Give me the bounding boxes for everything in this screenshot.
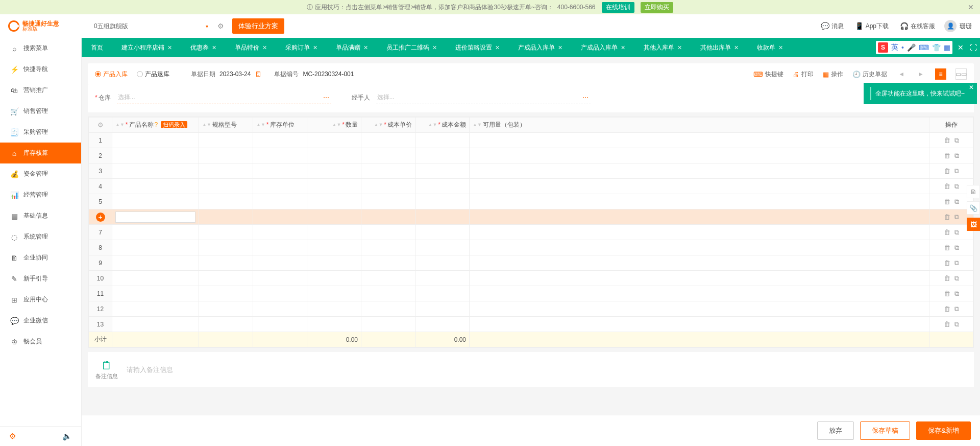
- delete-row-icon[interactable]: 🗑: [944, 167, 950, 175]
- table-row[interactable]: 10🗑⧉: [89, 271, 973, 286]
- save-draft-button[interactable]: 保存草稿: [860, 421, 910, 440]
- warehouse-select[interactable]: 选择... ⋯: [117, 91, 331, 104]
- table-row[interactable]: 11🗑⧉: [89, 286, 973, 301]
- tab-home[interactable]: 首页: [82, 38, 112, 57]
- online-support-link[interactable]: 🎧在线客服: [900, 22, 935, 31]
- table-row[interactable]: 5🗑⧉: [89, 194, 973, 209]
- table-row[interactable]: 9🗑⧉: [89, 255, 973, 271]
- sidebar-item-7[interactable]: 📊经营管理: [0, 184, 81, 205]
- table-row[interactable]: 7🗑⧉: [89, 225, 973, 240]
- tab-close-icon[interactable]: ✕: [262, 44, 267, 51]
- copy-row-icon[interactable]: ⧉: [954, 274, 959, 282]
- copy-row-icon[interactable]: ⧉: [954, 167, 959, 175]
- add-row-icon[interactable]: +: [96, 213, 105, 222]
- sidebar-item-10[interactable]: 🗎企业协同: [0, 247, 81, 268]
- collapse-sidebar-icon[interactable]: 🔈: [62, 432, 72, 441]
- table-row[interactable]: 13🗑⧉: [89, 317, 973, 332]
- table-row[interactable]: 3🗑⧉: [89, 163, 973, 179]
- sidebar-item-1[interactable]: ⚡快捷导航: [0, 59, 81, 80]
- sidebar-item-12[interactable]: ⊞应用中心: [0, 289, 81, 310]
- tab-3[interactable]: 采购订单✕: [276, 38, 327, 57]
- delete-row-icon[interactable]: 🗑: [944, 152, 950, 159]
- radio-product-out[interactable]: 产品退库: [137, 70, 169, 79]
- date-value[interactable]: 2023-03-24: [219, 71, 251, 78]
- remark-input[interactable]: [127, 366, 967, 373]
- sidebar-item-14[interactable]: ♔畅会员: [0, 331, 81, 352]
- list-view-icon[interactable]: ≡: [935, 68, 946, 80]
- copy-row-icon[interactable]: ⧉: [954, 320, 959, 328]
- table-settings-icon[interactable]: ⚙: [97, 121, 104, 129]
- product-name-input[interactable]: [115, 212, 195, 223]
- copy-row-icon[interactable]: ⧉: [954, 290, 959, 297]
- tab-close-icon[interactable]: ✕: [313, 44, 317, 51]
- tab-close-icon[interactable]: ✕: [432, 44, 437, 51]
- org-settings-icon[interactable]: ⚙: [217, 22, 224, 30]
- sidebar-item-6[interactable]: 💰资金管理: [0, 163, 81, 184]
- delete-row-icon[interactable]: 🗑: [944, 213, 950, 221]
- avatar-icon[interactable]: 👤: [944, 20, 957, 32]
- ime-mic-icon[interactable]: 🎤: [907, 43, 916, 52]
- tab-6[interactable]: 进价策略设置✕: [446, 38, 509, 57]
- tab-close-icon[interactable]: ✕: [677, 44, 682, 51]
- pin-doc-icon[interactable]: 🗎: [967, 185, 980, 198]
- table-row[interactable]: 12🗑⧉: [89, 301, 973, 317]
- sidebar-item-3[interactable]: 🛒销售管理: [0, 101, 81, 122]
- scan-input-button[interactable]: 扫码录入: [161, 121, 187, 128]
- calendar-icon[interactable]: 🗓: [255, 70, 262, 78]
- ime-skin-icon[interactable]: 👕: [932, 43, 941, 52]
- sidebar-item-11[interactable]: ✎新手引导: [0, 268, 81, 289]
- shortcut-link[interactable]: ⌨快捷键: [753, 70, 783, 79]
- tab-close-icon[interactable]: ✕: [778, 44, 783, 51]
- operate-link[interactable]: ▦操作: [823, 70, 843, 79]
- close-announcement-icon[interactable]: ✕: [968, 3, 974, 11]
- tab-8[interactable]: 产成品入库单✕: [572, 38, 634, 57]
- app-download-link[interactable]: 📱App下载: [855, 22, 889, 31]
- copy-row-icon[interactable]: ⧉: [954, 244, 959, 251]
- delete-row-icon[interactable]: 🗑: [944, 274, 950, 282]
- copy-row-icon[interactable]: ⧉: [954, 213, 959, 221]
- tab-close-icon[interactable]: ✕: [495, 44, 500, 51]
- sidebar-item-5[interactable]: ⌂库存核算: [0, 143, 81, 163]
- table-row[interactable]: 1🗑⧉: [89, 133, 973, 148]
- sidebar-item-2[interactable]: 🛍营销推广: [0, 80, 81, 101]
- table-row[interactable]: 8🗑⧉: [89, 240, 973, 255]
- tab-0[interactable]: 建立小程序店铺✕: [112, 38, 181, 57]
- radio-product-in[interactable]: 产品入库: [95, 70, 128, 79]
- help-icon[interactable]: ?: [155, 121, 158, 128]
- settings-icon[interactable]: ⚙: [9, 432, 16, 441]
- tab-2[interactable]: 单品特价✕: [226, 38, 276, 57]
- sidebar-item-9[interactable]: ◌系统管理: [0, 226, 81, 247]
- tab-close-icon[interactable]: ✕: [558, 44, 562, 51]
- tab-close-icon[interactable]: ✕: [363, 44, 368, 51]
- next-doc-icon[interactable]: ►: [916, 71, 926, 78]
- delete-row-icon[interactable]: 🗑: [944, 228, 950, 236]
- tab-close-icon[interactable]: ✕: [621, 44, 625, 51]
- fullscreen-icon[interactable]: ⛶: [967, 43, 980, 52]
- tab-close-icon[interactable]: ✕: [954, 43, 967, 52]
- card-view-icon[interactable]: ▭▭: [955, 68, 967, 80]
- tab-close-icon[interactable]: ✕: [167, 44, 172, 51]
- copy-row-icon[interactable]: ⧉: [954, 136, 959, 144]
- delete-row-icon[interactable]: 🗑: [944, 244, 950, 251]
- try-industry-button[interactable]: 体验行业方案: [232, 18, 284, 34]
- ime-dot-icon[interactable]: •: [901, 43, 904, 52]
- ime-lang-label[interactable]: 英: [891, 43, 898, 52]
- tab-7[interactable]: 产成品入库单✕: [509, 38, 572, 57]
- copy-row-icon[interactable]: ⧉: [954, 152, 959, 159]
- pin-image-icon[interactable]: 🖼: [967, 218, 980, 231]
- tab-9[interactable]: 其他入库单✕: [634, 38, 691, 57]
- prev-doc-icon[interactable]: ◄: [896, 71, 906, 78]
- tab-1[interactable]: 优惠券✕: [181, 38, 226, 57]
- delete-row-icon[interactable]: 🗑: [944, 259, 950, 267]
- handler-select[interactable]: 选择... ⋯: [376, 91, 591, 104]
- messages-link[interactable]: 💬消息: [821, 22, 844, 31]
- delete-row-icon[interactable]: 🗑: [944, 290, 950, 297]
- tab-10[interactable]: 其他出库单✕: [691, 38, 748, 57]
- pin-attach-icon[interactable]: 📎: [967, 201, 980, 215]
- tab-11[interactable]: 收款单✕: [748, 38, 792, 57]
- discard-button[interactable]: 放弃: [817, 421, 854, 440]
- online-training-button[interactable]: 在线培训: [602, 2, 634, 13]
- close-tip-icon[interactable]: ✕: [969, 84, 974, 91]
- copy-row-icon[interactable]: ⧉: [954, 305, 959, 313]
- delete-row-icon[interactable]: 🗑: [944, 305, 950, 313]
